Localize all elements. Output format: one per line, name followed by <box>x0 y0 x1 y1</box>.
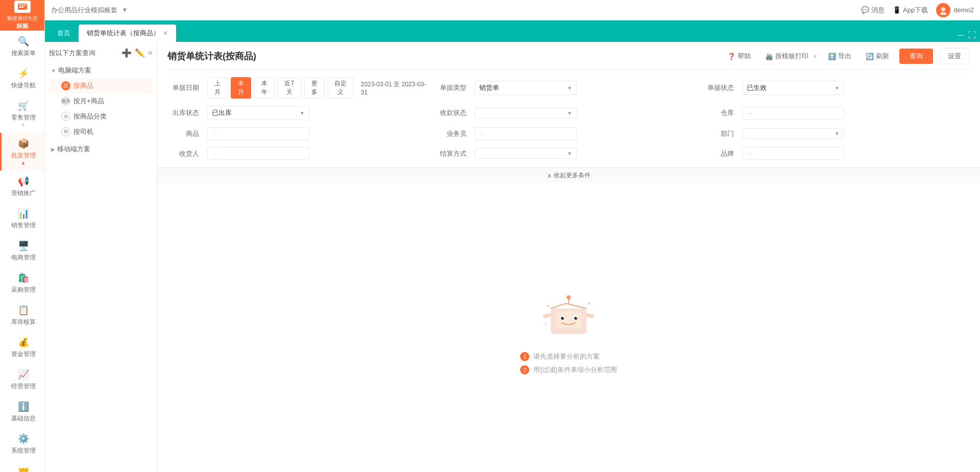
tree-expand-icon: ▼ <box>51 68 56 74</box>
svg-rect-1 <box>19 5 26 6</box>
sidebar-item-retail[interactable]: 🛒 零售管理 ▼ <box>0 95 45 133</box>
date-btn-more[interactable]: 更多 <box>304 77 325 99</box>
department-select[interactable]: ▼ <box>742 128 844 139</box>
salesperson-input[interactable]: ··· <box>475 127 577 140</box>
doc-type-select[interactable]: 销货单 ▼ <box>475 81 577 95</box>
app-download-label: App下载 <box>903 6 928 15</box>
tab-close-icon[interactable]: ✕ <box>163 30 168 37</box>
filter-salesperson-cell: 业务员 ··· <box>435 127 702 140</box>
edit-scheme-icon[interactable]: ✏️ <box>135 48 145 58</box>
sidebar-item-finance-label: 资金管理 <box>11 350 36 359</box>
svg-point-19 <box>545 323 547 325</box>
add-scheme-icon[interactable]: ➕ <box>121 48 132 58</box>
tree-mobile-label: 移动端方案 <box>57 145 90 154</box>
quick-nav-icon: ⚡ <box>18 68 29 79</box>
date-btn-custom[interactable]: 自定义 <box>328 77 354 99</box>
app-download-link[interactable]: 📱 App下载 <box>893 6 928 15</box>
collapse-button[interactable]: ∧ 收起更多条件 <box>547 171 591 180</box>
tab-bar: 首页 销货单统计表（按商品） ✕ ─ ⛶ <box>45 20 980 42</box>
filter-row-2: 出库状态 已出库 ▼ 收款状态 ▼ 仓库 <box>167 106 970 120</box>
sidebar-item-search[interactable]: 🔍 搜索菜单 <box>0 31 45 63</box>
left-panel: 按以下方案查询 ➕ ✏️ « ▼ 电脑端方案 按 按商品 按月 按 <box>45 42 157 472</box>
print-icon: 🖨️ <box>765 53 773 60</box>
app-subtitle: 畅捷通好生意 <box>7 15 38 22</box>
filter-receiver-cell: 收货人 ··· <box>167 147 435 160</box>
tab-sales-report[interactable]: 销货单统计表（按商品） ✕ <box>79 25 176 42</box>
sidebar-item-purchase[interactable]: 🛍️ 采购管理 <box>0 267 45 299</box>
export-button[interactable]: ⬆️ 导出 <box>824 50 855 63</box>
tab-expand-icon[interactable]: ⛶ <box>968 31 976 40</box>
sidebar-item-search-label: 搜索菜单 <box>11 49 36 58</box>
print-dropdown-icon[interactable]: ▼ <box>813 54 818 59</box>
doc-status-select[interactable]: 已生效 ▼ <box>742 81 844 95</box>
sidebar-item-system[interactable]: ⚙️ 系统管理 <box>0 428 45 460</box>
sidebar-item-quick-nav[interactable]: ⚡ 快捷导航 <box>0 63 45 95</box>
sidebar-item-wholesale[interactable]: 📦 批发管理 ▲ <box>0 133 45 171</box>
refresh-button[interactable]: 🔄 刷新 <box>862 50 893 63</box>
product-input[interactable]: ··· <box>207 127 309 140</box>
print-button[interactable]: 🖨️ 按模板打印 <box>761 50 813 63</box>
sidebar-item-sales[interactable]: 📊 销售管理 <box>0 203 45 235</box>
sidebar-item-ecommerce[interactable]: 🖥️ 电商管理 <box>0 235 45 267</box>
doc-status-arrow-icon: ▼ <box>835 85 840 91</box>
receipt-status-select[interactable]: ▼ <box>475 108 577 119</box>
tab-home[interactable]: 首页 <box>49 25 79 42</box>
app-logo: 畅捷通好生意 标账 <box>0 0 45 31</box>
tree-child-product-category[interactable]: 分 按商品分类 <box>49 109 153 124</box>
finance-icon: 💰 <box>18 337 29 348</box>
main-area: 办公用品行业模拟账套 ▼ 💬 消息 📱 App下载 demo2 <box>45 0 980 472</box>
sidebar-item-marketing[interactable]: 📢 营销推广 <box>0 171 45 203</box>
help-button[interactable]: ❓ 帮助 <box>723 50 755 63</box>
receipt-status-label: 收款状态 <box>435 108 471 117</box>
svg-point-18 <box>588 302 590 304</box>
out-status-select[interactable]: 已出库 ▼ <box>207 106 309 120</box>
collapse-panel-icon[interactable]: « <box>148 48 153 58</box>
receiver-dots-icon: ··· <box>212 150 217 157</box>
doc-status-value: 已生效 <box>747 83 767 92</box>
tree-child-month-product[interactable]: 按月 按月+商品 <box>49 93 153 109</box>
tree-desktop-parent[interactable]: ▼ 电脑端方案 <box>49 63 153 78</box>
ecommerce-icon: 🖥️ <box>18 240 29 251</box>
svg-rect-6 <box>556 311 581 329</box>
date-btn-current-year[interactable]: 本年 <box>254 77 275 99</box>
date-btn-current-month[interactable]: 本月 <box>231 77 251 99</box>
sidebar-item-cooperation[interactable]: 🤝 企业协同 <box>0 460 45 472</box>
user-profile[interactable]: demo2 <box>936 3 974 17</box>
tree-child-month-product-label: 按月+商品 <box>74 97 104 106</box>
purchase-icon: 🛍️ <box>18 272 29 284</box>
help-icon: ❓ <box>727 53 736 60</box>
salesperson-dots-icon: ··· <box>479 130 485 137</box>
receiver-input[interactable]: ··· <box>207 147 309 160</box>
message-icon: 💬 <box>861 6 869 14</box>
date-btn-7days[interactable]: 近7天 <box>278 77 301 99</box>
empty-hint-2: 2 用[过滤]条件来缩小分析范围 <box>520 365 617 374</box>
tree-child-by-sku[interactable]: 司 按司机 <box>49 124 153 139</box>
inventory-icon: 📋 <box>18 304 29 316</box>
scheme-icon-by-product: 按 <box>61 81 70 90</box>
query-button[interactable]: 查询 <box>899 49 933 64</box>
settings-label: 设置 <box>948 52 961 60</box>
settings-button[interactable]: 设置 <box>939 48 970 64</box>
page-actions: ❓ 帮助 🖨️ 按模板打印 ▼ ⬆️ 导出 <box>723 48 970 64</box>
search-icon: 🔍 <box>18 36 29 47</box>
messages-link[interactable]: 💬 消息 <box>861 6 885 15</box>
scheme-icon-by-sku: 司 <box>61 127 70 136</box>
tree-mobile-parent[interactable]: ▶ 移动端方案 <box>49 141 153 157</box>
filter-row-4: 收货人 ··· 结算方式 ▼ 品牌 <box>167 147 970 160</box>
tree-desktop-label: 电脑端方案 <box>58 66 91 75</box>
filter-department-cell: 部门 ▼ <box>702 128 970 139</box>
dropdown-arrow-icon[interactable]: ▼ <box>121 6 128 14</box>
export-label: 导出 <box>838 52 851 61</box>
warehouse-input[interactable]: ··· <box>742 107 844 120</box>
messages-label: 消息 <box>871 6 885 15</box>
payment-select[interactable]: ▼ <box>475 148 577 159</box>
tab-minimize-icon[interactable]: ─ <box>958 31 964 40</box>
date-btn-last-month[interactable]: 上月 <box>207 77 228 99</box>
sidebar-item-finance[interactable]: 💰 资金管理 <box>0 332 45 364</box>
sidebar-item-basic[interactable]: ℹ️ 基础信息 <box>0 396 45 428</box>
sidebar-item-operation[interactable]: 📈 经营管理 <box>0 364 45 396</box>
sidebar-item-inventory[interactable]: 📋 库存核算 <box>0 299 45 332</box>
logo-icon <box>14 1 31 13</box>
tree-child-by-product[interactable]: 按 按商品 <box>49 78 153 93</box>
brand-input[interactable]: ··· <box>742 147 844 160</box>
